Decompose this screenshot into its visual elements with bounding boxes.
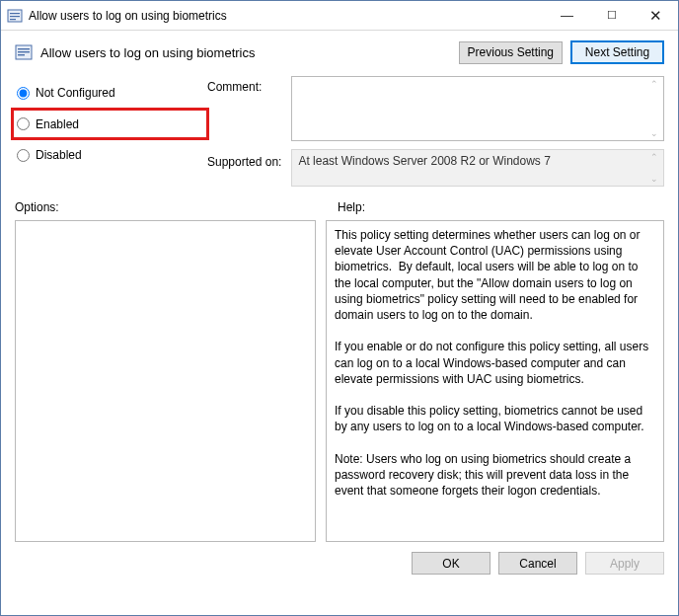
- help-label: Help:: [338, 200, 365, 214]
- svg-rect-2: [10, 16, 20, 17]
- previous-setting-button[interactable]: Previous Setting: [459, 41, 563, 64]
- supported-on-box: At least Windows Server 2008 R2 or Windo…: [291, 149, 664, 187]
- radio-disabled[interactable]: Disabled: [15, 140, 207, 170]
- next-setting-button[interactable]: Next Setting: [570, 40, 664, 64]
- supported-on-value: At least Windows Server 2008 R2 or Windo…: [298, 154, 550, 168]
- svg-rect-3: [10, 19, 16, 20]
- header-row: Allow users to log on using biometrics P…: [1, 31, 678, 76]
- svg-rect-5: [18, 48, 30, 49]
- panel-labels: Options: Help:: [15, 200, 664, 214]
- options-label: Options:: [15, 200, 338, 214]
- svg-rect-6: [18, 51, 30, 52]
- fields-column: Comment: ⌃⌄ Supported on: At least Windo…: [207, 76, 664, 187]
- radio-not-configured-input[interactable]: [17, 87, 30, 100]
- svg-rect-7: [18, 54, 25, 55]
- comment-label: Comment:: [207, 76, 283, 94]
- panels-row: This policy setting determines whether u…: [15, 220, 664, 542]
- dialog-footer: OK Cancel Apply: [1, 542, 678, 578]
- supported-on-label: Supported on:: [207, 149, 283, 169]
- header-title: Allow users to log on using biometrics: [40, 45, 451, 60]
- options-panel[interactable]: [15, 220, 316, 542]
- ok-button[interactable]: OK: [412, 552, 490, 575]
- close-button[interactable]: ✕: [634, 1, 678, 30]
- radio-enabled[interactable]: Enabled: [11, 108, 209, 140]
- minimize-button[interactable]: —: [545, 1, 589, 30]
- state-radio-group: Not Configured Enabled Disabled: [15, 76, 207, 187]
- radio-enabled-label: Enabled: [36, 117, 79, 131]
- lower-section: Options: Help: This policy setting deter…: [1, 194, 678, 542]
- config-section: Not Configured Enabled Disabled Comment:…: [1, 76, 678, 194]
- apply-button: Apply: [585, 552, 664, 575]
- radio-not-configured[interactable]: Not Configured: [15, 78, 207, 108]
- policy-icon: [7, 8, 23, 24]
- policy-header-icon: [15, 43, 33, 61]
- svg-rect-1: [10, 13, 20, 14]
- maximize-button[interactable]: ☐: [589, 1, 634, 30]
- window-title: Allow users to log on using biometrics: [29, 9, 545, 23]
- radio-disabled-label: Disabled: [36, 148, 82, 162]
- radio-not-configured-label: Not Configured: [36, 86, 115, 100]
- radio-disabled-input[interactable]: [17, 149, 30, 162]
- comment-textarea[interactable]: ⌃⌄: [291, 76, 664, 141]
- supported-scroll-indicator: ⌃⌄: [647, 150, 661, 186]
- comment-scroll-indicator: ⌃⌄: [647, 77, 661, 140]
- titlebar: Allow users to log on using biometrics —…: [1, 1, 678, 31]
- cancel-button[interactable]: Cancel: [498, 552, 577, 575]
- radio-enabled-input[interactable]: [17, 117, 30, 130]
- help-panel[interactable]: This policy setting determines whether u…: [326, 220, 664, 542]
